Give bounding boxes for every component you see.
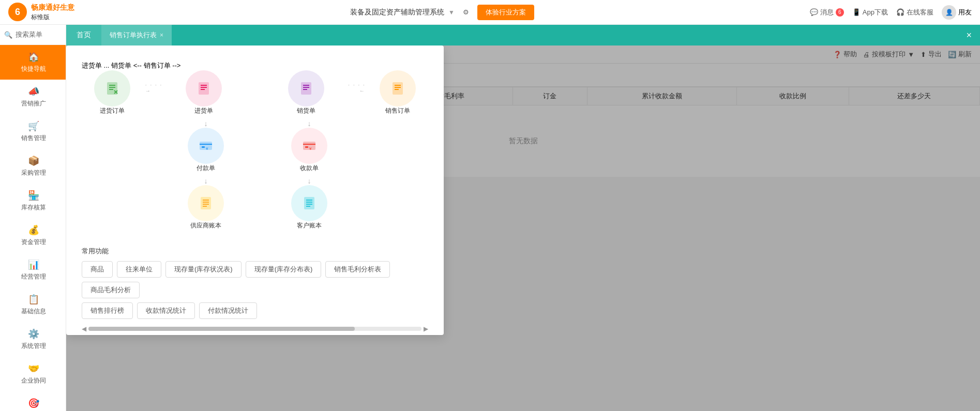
popup-box: 进货单 ... 销货单 <-- 销售订单 --> — [66, 45, 444, 335]
func-btn-sales-margin[interactable]: 销售毛利分析表 — [325, 261, 390, 278]
svg-rect-8 — [301, 82, 311, 95]
brand-sub: 标惟版 — [31, 13, 74, 22]
sidebar-label-system: 系统管理 — [21, 342, 46, 351]
flow-node-sales-bill[interactable]: 销货单 — [276, 70, 337, 115]
flow-node-receipt[interactable]: ¥ 收款单 — [278, 128, 340, 173]
guide-icon: 🎯 — [28, 398, 39, 409]
sidebar-label-sales: 销售管理 — [21, 134, 46, 143]
svg-rect-4 — [199, 82, 209, 95]
popup-overlay: 进货单 ... 销货单 <-- 销售订单 --> — [66, 45, 980, 411]
enterprise-icon: 🤝 — [28, 363, 39, 374]
sidebar-item-operations[interactable]: 📊 经营管理 — [0, 253, 66, 287]
customer-ledger-label: 客户账本 — [297, 221, 322, 230]
payment-label: 付款单 — [197, 164, 215, 173]
sidebar-item-sales[interactable]: 🛒 销售管理 — [0, 114, 66, 149]
download-icon: 📱 — [852, 8, 861, 16]
func-btn-partners[interactable]: 往来单位 — [117, 261, 161, 278]
brand-text: 畅康通好生意 标惟版 — [31, 3, 74, 21]
svg-rect-18 — [202, 146, 205, 148]
quick-nav-icon: 🏠 — [28, 51, 39, 63]
message-label: 消息 — [820, 8, 834, 17]
func-btn-sales-rank[interactable]: 销售排行榜 — [82, 302, 133, 319]
arrow-v-purchase: ↓ — [204, 119, 208, 128]
func-btn-goods-margin[interactable]: 商品毛利分析 — [82, 282, 140, 298]
sidebar-item-enterprise[interactable]: 🤝 企业协同 — [0, 357, 66, 391]
tab-close-icon[interactable]: × — [160, 32, 163, 39]
app-logo: 6 — [8, 3, 27, 21]
app-download-label: App下载 — [863, 8, 888, 17]
scroll-left-icon[interactable]: ◀ — [82, 325, 86, 332]
top-header: 6 畅康通好生意 标惟版 装备及固定资产辅助管理系统 ▼ ⚙ 体验行业方案 💬 … — [0, 0, 980, 25]
scroll-right-icon[interactable]: ▶ — [424, 325, 428, 332]
message-icon: 💬 — [810, 8, 818, 16]
flow-node-payment[interactable]: ¥ 付款单 — [175, 128, 237, 173]
flow-node-customer-ledger[interactable]: 客户账本 — [278, 185, 340, 230]
receipt-label: 收款单 — [300, 164, 319, 173]
sidebar-item-finance[interactable]: 💰 资金管理 — [0, 218, 66, 253]
flow-row-3: 供应商账本 — [82, 185, 428, 230]
flow-node-sales-order[interactable]: 销售订单 — [367, 70, 428, 115]
sidebar-item-purchase[interactable]: 📦 采购管理 — [0, 149, 66, 184]
flow-node-supplier-ledger[interactable]: 供应商账本 — [175, 185, 237, 230]
flow-diagram: 进货单 ... 销货单 <-- 销售订单 --> — [82, 61, 428, 234]
online-service-action[interactable]: 🎧 在线客服 — [896, 8, 933, 17]
online-service-label: 在线客服 — [907, 8, 933, 17]
func-btn-payment-stats[interactable]: 付款情况统计 — [199, 302, 257, 319]
dropdown-arrow-icon[interactable]: ▼ — [448, 9, 455, 16]
func-buttons-row-2: 销售排行榜 收款情况统计 付款情况统计 — [82, 302, 428, 319]
sales-order-label: 销售订单 — [385, 106, 410, 115]
system-title: 装备及固定资产辅助管理系统 — [350, 8, 444, 17]
tab-sales-label: 销售订单执行表 — [110, 31, 157, 40]
svg-rect-12 — [393, 82, 403, 95]
svg-text:¥: ¥ — [309, 146, 312, 151]
flow-node-purchase-order[interactable]: 进货订单 — [82, 70, 143, 115]
purchase-icon: 📦 — [28, 155, 39, 166]
func-btn-goods[interactable]: 商品 — [82, 261, 113, 278]
system-icon: ⚙️ — [28, 328, 39, 340]
arrow-h-1: · · · · → — [143, 82, 173, 94]
purchase-bill-label: 进货单 — [194, 106, 213, 115]
scroll-track[interactable] — [88, 327, 421, 331]
purchase-order-label: 进货订单 — [100, 106, 125, 115]
sales-icon: 🛒 — [28, 120, 39, 132]
sidebar-item-basic[interactable]: 📋 基础信息 — [0, 287, 66, 322]
tab-home[interactable]: 首页 — [66, 25, 101, 45]
tab-sales-order[interactable]: 销售订单执行表 × — [101, 25, 172, 45]
sidebar-item-marketing[interactable]: 📣 营销推广 — [0, 80, 66, 114]
settings-icon[interactable]: ⚙ — [459, 5, 473, 20]
common-functions-title: 常用功能 — [82, 247, 428, 256]
sidebar-item-guide[interactable]: 🎯 新手引导 — [0, 391, 66, 411]
sidebar-item-inventory[interactable]: 🏪 库存核算 — [0, 184, 66, 218]
svg-rect-24 — [201, 197, 211, 209]
sidebar-label-finance: 资金管理 — [21, 238, 46, 247]
payment-circle: ¥ — [188, 128, 224, 164]
page-content: ❓ 帮助 🖨 按模板打印 ▼ ⬆ 导出 🔄 刷新 — [66, 45, 980, 411]
func-btn-stock-dist[interactable]: 现存量(库存分布表) — [246, 261, 322, 278]
logo-area: 6 畅康通好生意 标惟版 — [8, 3, 74, 21]
flow-node-purchase-bill[interactable]: 进货单 — [173, 70, 235, 115]
sidebar-item-quick-nav[interactable]: 🏠 快捷导航 — [0, 45, 66, 80]
func-btn-stock-status[interactable]: 现存量(库存状况表) — [165, 261, 242, 278]
sidebar-label-purchase: 采购管理 — [21, 169, 46, 177]
receipt-circle: ¥ — [291, 128, 327, 164]
marketing-icon: 📣 — [28, 86, 39, 97]
sidebar-search[interactable]: 🔍 搜索菜单 — [0, 25, 66, 45]
svg-rect-29 — [304, 197, 314, 209]
purchase-order-circle — [94, 70, 130, 106]
tab-bar-close-button[interactable]: × — [958, 30, 980, 41]
func-btn-receipt-stats[interactable]: 收款情况统计 — [137, 302, 195, 319]
brand-main: 畅康通好生意 — [31, 3, 74, 13]
svg-rect-22 — [305, 146, 308, 148]
user-info[interactable]: 👤 用友 — [942, 5, 972, 20]
trial-button[interactable]: 体验行业方案 — [477, 5, 534, 20]
main-layout: 🔍 搜索菜单 🏠 快捷导航 📣 营销推广 🛒 销售管理 📦 采购管理 🏪 库存核… — [0, 25, 980, 411]
operations-icon: 📊 — [28, 259, 39, 270]
scroll-thumb — [88, 327, 355, 331]
arrow-v-receipt: ↓ — [308, 177, 311, 185]
app-download-action[interactable]: 📱 App下载 — [852, 8, 888, 17]
sidebar-item-system[interactable]: ⚙️ 系统管理 — [0, 322, 66, 357]
avatar: 👤 — [942, 5, 956, 20]
sales-bill-label: 销货单 — [297, 106, 315, 115]
supplier-ledger-label: 供应商账本 — [190, 221, 221, 230]
message-action[interactable]: 💬 消息 6 — [810, 8, 844, 17]
